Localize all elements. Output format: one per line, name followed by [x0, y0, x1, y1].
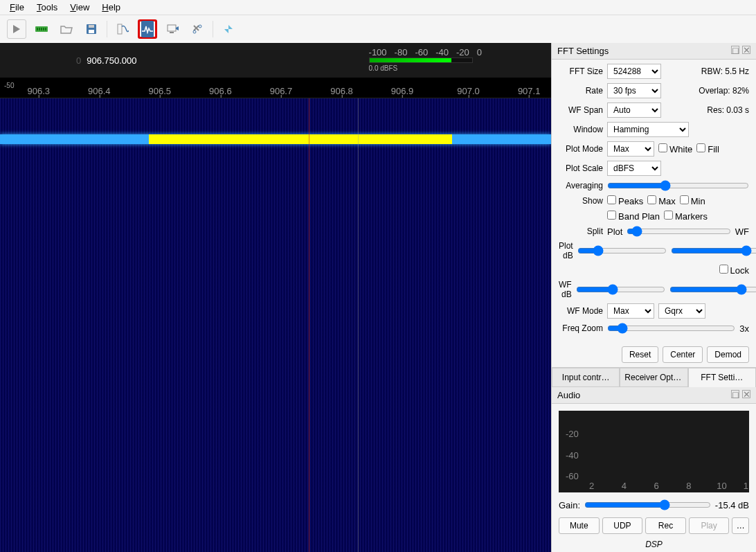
freq-leading: 0 [76, 55, 81, 66]
wfspan-select[interactable]: Auto [607, 103, 661, 118]
svg-rect-7 [89, 30, 94, 33]
play-button[interactable] [7, 19, 26, 39]
menu-tools[interactable]: Tools [31, 1, 63, 13]
tab-receiver-options[interactable]: Receiver Opti… [620, 368, 687, 387]
freq-value: 906.750.000 [87, 55, 136, 66]
separator [107, 21, 107, 37]
waterfall-marker [309, 98, 309, 552]
max-checkbox[interactable] [647, 195, 656, 204]
audio-panel-header: Audio ◻✕ [552, 387, 756, 404]
tab-fft-settings[interactable]: FFT Setti… [688, 368, 756, 387]
dbfs-bar [369, 57, 473, 63]
white-checkbox[interactable] [658, 143, 667, 152]
svg-rect-2 [39, 28, 40, 30]
dbfs-meter: -100 -80 -60 -40 -20 0 0.0 dBFS [369, 47, 482, 72]
averaging-slider[interactable] [607, 180, 749, 191]
dbfs-label: 0.0 dBFS [369, 64, 482, 72]
wfmode-select2[interactable]: Gqrx [658, 303, 705, 319]
chip-icon[interactable] [32, 19, 51, 39]
audio-plot: -20 -40 -60 2 4 6 8 10 1 [559, 411, 749, 492]
svg-rect-3 [41, 28, 42, 30]
rate-select[interactable]: 30 fps [607, 83, 661, 98]
bookmark-icon[interactable] [219, 19, 238, 39]
plotdb-max-slider[interactable] [671, 245, 756, 256]
open-icon[interactable] [57, 19, 76, 39]
min-checkbox[interactable] [680, 195, 689, 204]
sidebar: FFT Settings ◻✕ FFT Size524288RBW: 5.5 H… [551, 43, 756, 552]
gain-slider[interactable] [584, 499, 711, 510]
svg-rect-10 [168, 25, 176, 31]
close-icon[interactable]: ✕ [742, 390, 750, 398]
play-audio-button[interactable]: Play [689, 517, 730, 534]
computer-icon[interactable] [163, 19, 182, 39]
float-icon[interactable]: ◻ [731, 390, 739, 398]
plotdb-min-slider[interactable] [577, 245, 667, 256]
separator [213, 21, 213, 37]
menu-file[interactable]: File [4, 1, 30, 13]
svg-rect-9 [118, 24, 122, 34]
db-label: -50 [4, 82, 14, 89]
waterfall-marker2 [358, 98, 359, 552]
menubar: File Tools View Help [0, 0, 756, 15]
lock-checkbox[interactable] [719, 265, 728, 274]
plotmode-select[interactable]: Max [607, 141, 654, 157]
bandplan-checkbox[interactable] [607, 211, 616, 220]
svg-rect-4 [43, 28, 44, 30]
mute-button[interactable]: Mute [559, 517, 600, 534]
dsp-label: DSP [552, 537, 756, 552]
frequency-scale[interactable]: -50 906.3 906.4 906.5 906.6 906.7 906.8 … [0, 78, 551, 98]
wfdb-max-slider[interactable] [669, 284, 756, 295]
reset-button[interactable]: Reset [622, 346, 658, 363]
waterfall[interactable] [0, 98, 551, 552]
svg-point-13 [193, 30, 196, 33]
toolbar [0, 15, 756, 43]
menu-help[interactable]: Help [96, 1, 126, 13]
fill-checkbox[interactable] [696, 143, 705, 152]
svg-rect-1 [37, 28, 38, 30]
freqzoom-slider[interactable] [607, 323, 735, 334]
menu-view[interactable]: View [64, 1, 95, 13]
plotscale-select[interactable]: dBFS [607, 161, 661, 176]
peaks-checkbox[interactable] [607, 195, 616, 204]
tab-input-controls[interactable]: Input contr… [552, 368, 620, 387]
wfmode-select1[interactable]: Max [607, 303, 654, 319]
svg-rect-8 [89, 25, 94, 28]
settings-tabs: Input contr… Receiver Opti… FFT Setti… [552, 367, 756, 387]
center-button[interactable]: Center [663, 346, 703, 363]
svg-rect-5 [45, 28, 46, 30]
spectrum-icon[interactable] [138, 19, 157, 39]
markers-checkbox[interactable] [664, 211, 673, 220]
spectrum-area: 0 906.750.000 -100 -80 -60 -40 -20 0 0.0… [0, 43, 551, 552]
split-slider[interactable] [627, 226, 730, 237]
save-icon[interactable] [82, 19, 101, 39]
svg-rect-11 [170, 32, 174, 33]
float-icon[interactable]: ◻ [731, 46, 739, 54]
close-icon[interactable]: ✕ [742, 46, 750, 54]
demod-button[interactable]: Demod [707, 346, 749, 363]
frequency-display[interactable]: 0 906.750.000 -100 -80 -60 -40 -20 0 0.0… [0, 43, 551, 78]
tools-icon[interactable] [188, 19, 207, 39]
window-select[interactable]: Hamming [607, 122, 689, 137]
udp-button[interactable]: UDP [602, 517, 643, 534]
wfdb-min-slider[interactable] [576, 284, 665, 295]
waterfall-noise [0, 98, 551, 552]
more-button[interactable]: … [732, 517, 749, 534]
rec-button[interactable]: Rec [645, 517, 686, 534]
svg-point-12 [199, 25, 201, 28]
signal-icon[interactable] [113, 19, 132, 39]
fft-panel-header: FFT Settings ◻✕ [552, 43, 756, 60]
fft-size-select[interactable]: 524288 [607, 64, 661, 79]
waterfall-signal [0, 134, 551, 144]
